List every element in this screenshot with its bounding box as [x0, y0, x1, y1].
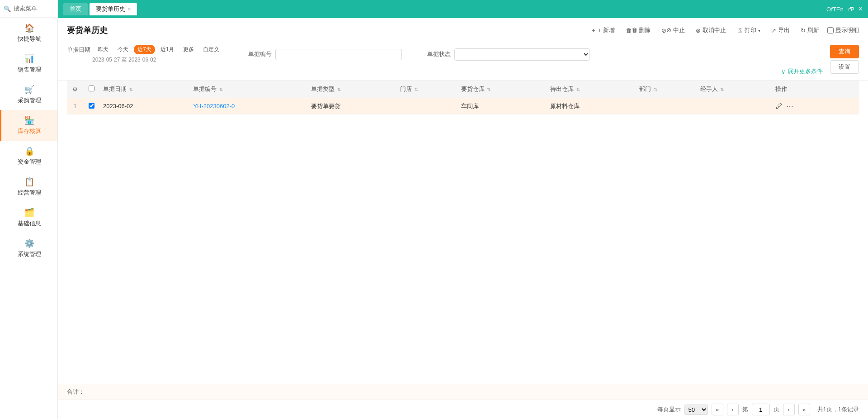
delete-icon: 🗑	[626, 27, 632, 34]
col-pending-warehouse: 待出仓库 ⇅	[547, 81, 636, 98]
sidebar-item-quick-nav[interactable]: 🏠 快捷导航	[0, 18, 57, 48]
refresh-button[interactable]: ↻ 刷新	[798, 24, 822, 36]
per-page-select[interactable]: 50 100 200	[684, 405, 708, 415]
new-icon: ＋	[590, 26, 596, 34]
first-page-btn[interactable]: «	[712, 404, 723, 415]
close-btn[interactable]: ×	[859, 5, 863, 13]
page-number-input[interactable]	[752, 404, 770, 415]
sidebar-item-sales[interactable]: 📊 销售管理	[0, 48, 57, 79]
show-detail-toggle[interactable]: 显示明细	[827, 26, 859, 34]
tab-home[interactable]: 首页	[63, 3, 88, 15]
sidebar-item-label-operations: 经营管理	[18, 189, 41, 197]
row-edit-icon-0[interactable]: 🖊	[775, 102, 783, 110]
export-button[interactable]: ↗ 导出	[769, 24, 793, 36]
sidebar-item-label-system: 系统管理	[18, 250, 41, 258]
table-header-row: ⚙ 单据日期 ⇅ 单据编号 ⇅ 单据类型 ⇅ 门店 ⇅ 要货仓库 ⇅ 待出仓库 …	[67, 81, 859, 98]
date-btn-近1月[interactable]: 近1月	[157, 45, 178, 54]
filter-settings-button[interactable]: 设置	[830, 60, 859, 74]
sidebar-item-inventory[interactable]: 🏪 库存核算	[0, 110, 57, 141]
sidebar-item-label-basic-info: 基础信息	[18, 219, 41, 228]
tab-yh-history[interactable]: 要货单历史×	[90, 3, 137, 15]
table-row: 1 2023-06-02 YH-20230602-0 要货单要货 车间库 原材料…	[67, 98, 859, 114]
row-handler-0	[697, 98, 772, 114]
col-action: 操作	[772, 81, 859, 98]
restore-btn[interactable]: 🗗	[848, 6, 854, 13]
cancel-suspend-button[interactable]: ⊗ 取消中止	[693, 24, 729, 36]
sort-no-icon[interactable]: ⇅	[219, 87, 223, 92]
page-header: 要货单历史 ＋ + 新增 🗑 🗑 删除 ⊘ ⊘ 中止 ⊗ 取消中止	[58, 18, 868, 40]
date-btn-近7天[interactable]: 近7天	[134, 45, 155, 54]
print-icon: 🖨	[737, 27, 743, 34]
footer-summary: 合计：	[58, 384, 868, 400]
purchase-icon: 🛒	[24, 85, 34, 95]
status-label: 单据状态	[427, 50, 451, 58]
topbar-brand: OfTEn	[826, 6, 844, 13]
delete-button[interactable]: 🗑 🗑 删除	[623, 24, 654, 36]
filter-area: 单据日期 昨天今天近7天近1月更多自定义 2023-05-27 至 2023-0…	[58, 40, 868, 81]
last-page-btn[interactable]: »	[798, 404, 810, 415]
page-title: 要货单历史	[67, 25, 108, 36]
operations-icon: 📋	[24, 177, 34, 187]
query-button[interactable]: 查询	[830, 45, 859, 58]
page-label: 第	[742, 405, 748, 414]
col-req-warehouse: 要货仓库 ⇅	[458, 81, 547, 98]
row-index-0: 1	[67, 98, 83, 114]
filter-row-1: 单据日期 昨天今天近7天近1月更多自定义 2023-05-27 至 2023-0…	[67, 45, 823, 64]
quick-nav-icon: 🏠	[24, 23, 34, 33]
date-filter-buttons: 昨天今天近7天近1月更多自定义	[94, 45, 223, 54]
sort-pending-warehouse-icon[interactable]: ⇅	[576, 87, 580, 92]
sort-store-icon[interactable]: ⇅	[415, 87, 418, 92]
sidebar-search[interactable]: 🔍 搜索菜单	[0, 0, 57, 18]
sidebar-item-finance[interactable]: 🔒 资金管理	[0, 141, 57, 171]
col-settings[interactable]: ⚙	[67, 81, 83, 98]
sort-date-icon[interactable]: ⇅	[129, 87, 133, 92]
row-type-0: 要货单要货	[307, 98, 396, 114]
sidebar-item-purchase[interactable]: 🛒 采购管理	[0, 79, 57, 110]
select-all-checkbox[interactable]	[89, 86, 94, 91]
sidebar-item-operations[interactable]: 📋 经营管理	[0, 171, 57, 202]
sidebar-item-system[interactable]: ⚙️ 系统管理	[0, 233, 57, 264]
col-dept: 部门 ⇅	[636, 81, 696, 98]
prev-page-btn[interactable]: ‹	[727, 404, 739, 415]
basic-info-icon: 🗂️	[24, 208, 34, 218]
total-info: 共1页，1条记录	[817, 405, 859, 414]
summary-label: 合计：	[67, 388, 85, 395]
print-button[interactable]: 🖨 打印 ▾	[734, 24, 763, 36]
sort-req-warehouse-icon[interactable]: ⇅	[487, 87, 491, 92]
inventory-icon: 🏪	[24, 115, 34, 125]
tab-close-yh-history[interactable]: ×	[128, 6, 131, 12]
row-checkbox-0[interactable]	[83, 98, 99, 114]
sidebar: 🔍 搜索菜单 🏠 快捷导航 📊 销售管理 🛒 采购管理 🏪 库存核算 🔒 资金管…	[0, 0, 58, 419]
row-more-icon-0[interactable]: ⋯	[786, 102, 793, 110]
show-detail-checkbox[interactable]	[827, 27, 834, 33]
suspend-button[interactable]: ⊘ ⊘ 中止	[659, 24, 688, 36]
sidebar-item-basic-info[interactable]: 🗂️ 基础信息	[0, 202, 57, 233]
sidebar-item-label-quick-nav: 快捷导航	[18, 35, 41, 43]
bill-no-input[interactable]	[275, 49, 402, 60]
sort-handler-icon[interactable]: ⇅	[720, 87, 724, 92]
sidebar-item-label-purchase: 采购管理	[18, 96, 41, 105]
date-range-display: 2023-05-27 至 2023-06-02	[92, 56, 223, 64]
col-date: 单据日期 ⇅	[99, 81, 189, 98]
search-icon: 🔍	[4, 5, 11, 12]
sort-dept-icon[interactable]: ⇅	[654, 87, 657, 92]
status-select[interactable]	[454, 48, 590, 61]
per-page-label: 每页显示	[657, 405, 681, 414]
date-btn-昨天[interactable]: 昨天	[94, 45, 112, 54]
date-btn-今天[interactable]: 今天	[114, 45, 132, 54]
table-settings-icon[interactable]: ⚙	[72, 86, 78, 93]
new-button[interactable]: ＋ + 新增	[588, 24, 618, 36]
sort-type-icon[interactable]: ⇅	[337, 87, 341, 92]
date-btn-自定义[interactable]: 自定义	[199, 45, 223, 54]
col-no: 单据编号 ⇅	[189, 81, 307, 98]
expand-icon: ∨	[781, 68, 786, 75]
filter-second-row: ∨ 展开更多条件	[67, 67, 823, 76]
sidebar-item-label-finance: 资金管理	[18, 158, 41, 166]
next-page-btn[interactable]: ›	[783, 404, 795, 415]
topbar-right: OfTEn 🗗 ×	[826, 5, 863, 13]
query-btn-group: 查询 设置	[830, 45, 859, 74]
row-no-0[interactable]: YH-20230602-0	[189, 98, 307, 114]
date-btn-更多[interactable]: 更多	[179, 45, 198, 54]
expand-conditions-button[interactable]: ∨ 展开更多条件	[781, 67, 823, 76]
export-icon: ↗	[771, 27, 776, 34]
